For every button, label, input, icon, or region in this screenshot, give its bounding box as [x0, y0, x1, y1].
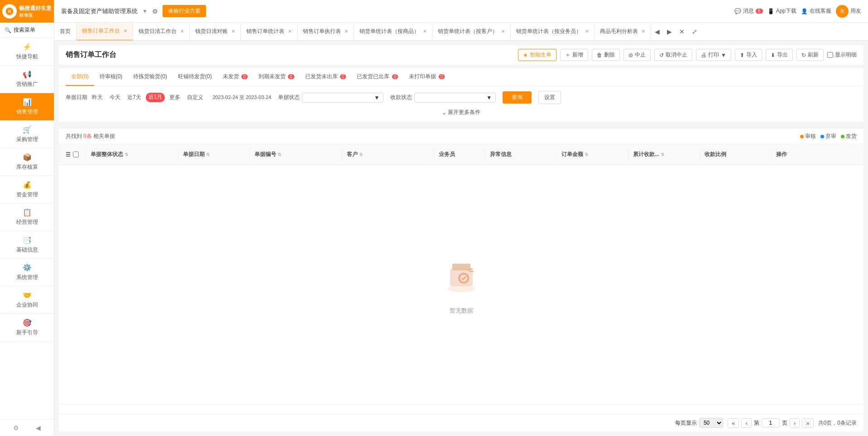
- sidebar-item-quick-nav[interactable]: ⚡ 快捷导航: [0, 38, 54, 66]
- filter-tab-not-shipped[interactable]: 未发货 0: [217, 68, 253, 86]
- status-select[interactable]: ▼: [302, 93, 384, 103]
- sidebar-item-finance[interactable]: 💰 资金管理: [0, 176, 54, 204]
- date-opt-more[interactable]: 更多: [167, 93, 182, 102]
- th-date[interactable]: 单据日期 ⇅: [178, 148, 250, 161]
- sidebar-collapse-btn[interactable]: ◀: [36, 424, 41, 431]
- prev-page-btn[interactable]: ‹: [741, 418, 751, 428]
- tab-nav-expand[interactable]: ⤢: [688, 28, 701, 35]
- tab-sales-order-workbench[interactable]: 销售订单工作台 ✕: [77, 23, 133, 41]
- tab-close-cash-daily[interactable]: ✕: [180, 29, 184, 34]
- date-opt-today[interactable]: 今天: [107, 93, 123, 102]
- horizontal-scrollbar[interactable]: [59, 404, 863, 414]
- tab-close-sales[interactable]: ✕: [124, 28, 127, 33]
- import-btn[interactable]: ⬆ 导入: [735, 49, 762, 61]
- select-all-checkbox[interactable]: [73, 152, 79, 157]
- first-page-btn[interactable]: «: [728, 418, 739, 428]
- industry-btn[interactable]: 体验行业方案: [163, 5, 206, 17]
- page-input[interactable]: [762, 418, 780, 427]
- app-download-btn[interactable]: 📱 App下载: [767, 7, 796, 15]
- sidebar-item-search[interactable]: 🔍 搜索菜单: [0, 23, 54, 38]
- filter-tab-pending-inspect[interactable]: 待拣货验货(0): [128, 68, 173, 86]
- filter-tab-wangpu[interactable]: 旺铺待发货(0): [173, 68, 217, 86]
- tab-close-product-margin[interactable]: ✕: [642, 29, 645, 34]
- review-action-btn[interactable]: 审核: [800, 133, 816, 140]
- filter-tab-shipped-out[interactable]: 已发货已出库 0: [351, 68, 403, 86]
- sidebar-item-system[interactable]: ⚙️ 系统管理: [0, 259, 54, 286]
- sidebar-item-inventory[interactable]: 📦 库存核算: [0, 148, 54, 176]
- sidebar-item-base-info[interactable]: 📑 基础信息: [0, 231, 54, 259]
- sort-no-icon[interactable]: ⇅: [278, 152, 281, 157]
- sort-date-icon[interactable]: ⇅: [206, 152, 210, 157]
- tab-close-sales-exec[interactable]: ✕: [345, 29, 348, 34]
- filter-tab-shipped-not-out[interactable]: 已发货未出库 0: [300, 68, 352, 86]
- filter-tab-overdue[interactable]: 到期未发货 0: [253, 68, 300, 86]
- tab-sales-summary-staff[interactable]: 销货单统计表（按业务员） ✕: [511, 23, 595, 41]
- sort-customer-icon[interactable]: ⇅: [359, 152, 363, 157]
- tab-sales-stat[interactable]: 销售订单统计表 ✕: [241, 23, 297, 41]
- message-btn[interactable]: 💬 消息 6: [734, 7, 763, 15]
- reject-action-btn[interactable]: 弃审: [820, 133, 836, 140]
- th-amount[interactable]: 订单金额 ⇅: [557, 148, 628, 161]
- date-opt-1month[interactable]: 近1月: [146, 93, 165, 102]
- date-opt-custom[interactable]: 自定义: [185, 93, 206, 102]
- show-detail-input[interactable]: [827, 52, 833, 58]
- user-btn[interactable]: 友 用友: [836, 5, 861, 18]
- tab-close-cash-reconcile[interactable]: ✕: [231, 29, 235, 34]
- filter-tab-pending-review[interactable]: 待审核(0): [94, 68, 128, 86]
- th-customer[interactable]: 客户 ⇅: [342, 148, 435, 161]
- refresh-btn[interactable]: ↻ 刷新: [796, 49, 824, 61]
- tab-close-sales-summary-product[interactable]: ✕: [423, 29, 427, 34]
- expand-conditions-btn[interactable]: ⌄ 展开更多条件: [438, 108, 484, 117]
- print-btn[interactable]: 🖨 打印 ▼: [696, 49, 731, 61]
- show-detail-checkbox[interactable]: 显示明细: [827, 51, 857, 59]
- th-no[interactable]: 单据编号 ⇅: [250, 148, 342, 161]
- tab-sales-summary-product[interactable]: 销货单统计表（按商品） ✕: [354, 23, 432, 41]
- quick-nav-icon: ⚡: [23, 43, 32, 51]
- sidebar-item-operations[interactable]: 📋 经营管理: [0, 204, 54, 231]
- cancel-stop-btn[interactable]: ↺ 取消中止: [654, 49, 692, 61]
- th-collected[interactable]: 累计收款... ⇅: [628, 148, 700, 161]
- filter-setting-btn[interactable]: 设置: [538, 91, 561, 104]
- smart-generate-btn[interactable]: ★ 智能生单: [518, 49, 556, 61]
- sidebar-item-enterprise[interactable]: 🤝 企业协同: [0, 286, 54, 314]
- sort-collected-icon[interactable]: ⇅: [661, 152, 664, 157]
- sidebar-settings-btn[interactable]: ⚙: [13, 424, 19, 431]
- payment-select[interactable]: ▼: [414, 93, 496, 103]
- dropdown-arrow-icon[interactable]: ▼: [142, 8, 148, 14]
- tab-nav-next[interactable]: ▶: [663, 28, 676, 35]
- tab-cash-reconcile[interactable]: 钱货日清对账 ✕: [190, 23, 241, 41]
- tab-home[interactable]: 首页: [54, 23, 77, 41]
- tab-close-sales-summary-customer[interactable]: ✕: [501, 29, 505, 34]
- sidebar-item-sales[interactable]: 📊 销售管理: [0, 93, 54, 121]
- date-opt-yesterday[interactable]: 昨天: [90, 93, 105, 102]
- tab-product-margin[interactable]: 商品毛利分析表 ✕: [595, 23, 651, 41]
- tab-cash-daily[interactable]: 钱货日清工作台 ✕: [133, 23, 190, 41]
- system-gear-icon[interactable]: ⚙: [152, 8, 158, 15]
- add-btn[interactable]: ＋ 新增: [560, 49, 588, 61]
- delete-btn[interactable]: 🗑 删除: [592, 49, 620, 61]
- tab-close-sales-stat[interactable]: ✕: [288, 29, 292, 34]
- filter-tab-all[interactable]: 全部(0): [66, 68, 94, 86]
- ship-action-btn[interactable]: 发货: [841, 133, 857, 140]
- tab-nav-prev[interactable]: ◀: [651, 28, 663, 35]
- stop-btn[interactable]: ⊘ 中止: [623, 49, 651, 61]
- per-page-select[interactable]: 10 20 50 100: [699, 418, 723, 428]
- tab-nav-close[interactable]: ✕: [676, 28, 688, 35]
- filter-tab-pending-review-label: 待审核(0): [100, 73, 123, 80]
- tab-sales-summary-customer[interactable]: 销货单统计表（按客户） ✕: [432, 23, 511, 41]
- sort-status-icon[interactable]: ⇅: [125, 152, 128, 157]
- tab-sales-exec[interactable]: 销售订单执行表 ✕: [297, 23, 354, 41]
- filter-tab-not-printed[interactable]: 未打印单据 0: [403, 68, 450, 86]
- sidebar-item-guide[interactable]: 🎯 新手引导: [0, 314, 54, 341]
- online-service-btn[interactable]: 👤 在线客服: [801, 7, 831, 15]
- date-opt-7days[interactable]: 近7天: [125, 93, 144, 102]
- th-status[interactable]: 单据整体状态 ⇅: [86, 148, 178, 161]
- query-btn[interactable]: 查询: [503, 91, 532, 104]
- sort-amount-icon[interactable]: ⇅: [585, 152, 588, 157]
- next-page-btn[interactable]: ›: [790, 418, 800, 428]
- sidebar-item-marketing[interactable]: 📢 营销推广: [0, 66, 54, 93]
- sidebar-item-purchase[interactable]: 🛒 采购管理: [0, 121, 54, 148]
- last-page-btn[interactable]: »: [802, 418, 813, 428]
- tab-close-sales-summary-staff[interactable]: ✕: [585, 29, 589, 34]
- export-btn[interactable]: ⬇ 导出: [766, 49, 793, 61]
